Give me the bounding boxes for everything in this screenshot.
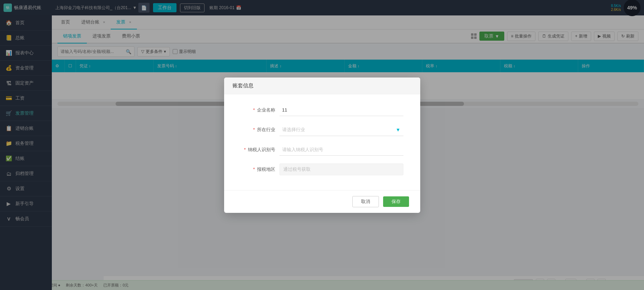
tax-id-label: * 纳税人识别号 [241,147,279,153]
modal-footer: 取消 保存 [224,190,420,213]
company-name-input[interactable] [279,104,403,116]
industry-dropdown-icon: ▼ [396,127,401,133]
industry-wrapper: 请选择行业 ▼ [279,124,403,136]
cancel-button[interactable]: 取消 [352,196,379,207]
form-row-company: * 企业名称 [241,104,403,116]
tax-region-label: * 报税地区 [241,166,279,173]
modal-overlay: 账套信息 * 企业名称 * 所在行业 请选择行业 [0,0,644,290]
tax-region-placeholder: 通过税号获取 [283,166,311,173]
modal-box: 账套信息 * 企业名称 * 所在行业 请选择行业 [224,77,420,213]
industry-placeholder: 请选择行业 [282,127,305,133]
industry-label: * 所在行业 [241,127,279,133]
form-row-tax-id: * 纳税人识别号 [241,144,403,156]
company-name-label: * 企业名称 [241,107,279,113]
modal-header: 账套信息 [224,77,420,94]
form-row-tax-region: * 报税地区 通过税号获取 [241,163,403,175]
tax-id-input[interactable] [279,144,403,156]
modal-title: 账套信息 [233,82,254,88]
industry-select[interactable]: 请选择行业 ▼ [279,124,403,136]
required-star: * [253,127,255,132]
save-button[interactable]: 保存 [383,196,409,207]
tax-region-input: 通过税号获取 [279,163,403,175]
required-star: * [244,147,246,152]
required-star: * [253,107,255,113]
form-row-industry: * 所在行业 请选择行业 ▼ [241,124,403,136]
modal-body: * 企业名称 * 所在行业 请选择行业 ▼ [224,94,420,190]
required-star: * [253,167,255,172]
